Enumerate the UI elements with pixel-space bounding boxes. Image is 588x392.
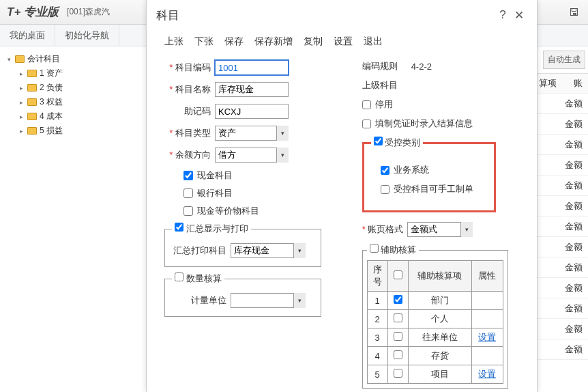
- collapse-icon[interactable]: ▾: [5, 56, 12, 63]
- type-label: 科目类型: [164, 127, 215, 139]
- tree-root-label: 会计科目: [27, 53, 60, 65]
- summary-label: 汇总打印科目: [172, 244, 231, 257]
- menu-save[interactable]: 保存: [224, 36, 244, 48]
- row-checkbox[interactable]: [394, 295, 402, 304]
- menu-save-new[interactable]: 保存新增: [254, 36, 293, 48]
- menu-next[interactable]: 下张: [194, 36, 214, 48]
- col-item: 辅助核算项: [408, 261, 471, 292]
- summary-toggle-checkbox[interactable]: [175, 223, 183, 232]
- chevron-down-icon[interactable]: ▾: [276, 148, 289, 163]
- table-row[interactable]: 1部门: [367, 292, 503, 310]
- folder-icon: [27, 70, 37, 77]
- manual-entry-checkbox[interactable]: [381, 185, 389, 194]
- cash-equiv-checkbox[interactable]: [183, 206, 193, 216]
- tab-desktop[interactable]: 我的桌面: [0, 25, 55, 46]
- quantity-toggle-checkbox[interactable]: [175, 272, 183, 281]
- chevron-down-icon[interactable]: ▾: [293, 243, 306, 258]
- aux-toggle-checkbox[interactable]: [370, 244, 379, 253]
- grid-cell: 金额: [533, 237, 588, 257]
- auto-generate-button[interactable]: 自动生成: [543, 51, 585, 69]
- background-grid: 自动生成 算项 账 金额 金额 金额 金额 金额 金额 金额 金额 金额 金额 …: [533, 46, 588, 360]
- expand-icon[interactable]: ▸: [18, 128, 25, 135]
- code-input[interactable]: [215, 60, 289, 75]
- expand-icon[interactable]: ▸: [18, 70, 25, 77]
- folder-icon: [15, 55, 25, 63]
- folder-icon: [27, 113, 37, 120]
- dialog-toolbar: 上张 下张 保存 保存新增 复制 设置 退出: [147, 30, 537, 53]
- grid-cell: 金额: [533, 196, 588, 216]
- save-icon[interactable]: 🖫: [566, 6, 581, 18]
- folder-icon: [27, 127, 37, 135]
- chevron-down-icon[interactable]: ▾: [293, 293, 306, 308]
- tree-root[interactable]: ▾ 会计科目: [4, 52, 119, 66]
- grid-cell: 金额: [533, 257, 588, 278]
- tree-item-equity[interactable]: ▸3 权益: [16, 95, 119, 109]
- fill-voucher-checkbox[interactable]: [362, 120, 371, 128]
- table-row[interactable]: 3往来单位设置: [367, 328, 503, 347]
- expand-icon[interactable]: ▸: [18, 99, 25, 106]
- parent-label: 上级科目: [362, 79, 407, 92]
- attr-link[interactable]: 设置: [478, 332, 496, 342]
- direction-label: 余额方向: [164, 149, 215, 161]
- tree-item-assets[interactable]: ▸1 资产: [16, 66, 119, 81]
- dialog-header: 科目 ? ✕: [147, 0, 537, 30]
- subject-dialog: 科目 ? ✕ 上张 下张 保存 保存新增 复制 设置 退出 科目编码 科目名称 …: [146, 0, 538, 392]
- row-checkbox[interactable]: [394, 350, 402, 359]
- menu-settings[interactable]: 设置: [334, 36, 353, 48]
- grid-cell: 金额: [533, 114, 588, 135]
- folder-icon: [27, 84, 37, 92]
- summary-fieldset: 汇总显示与打印 汇总打印科目 ▾: [164, 223, 321, 267]
- row-checkbox[interactable]: [394, 369, 402, 378]
- help-icon[interactable]: ?: [495, 8, 511, 22]
- folder-icon: [27, 98, 37, 106]
- code-label: 科目编码: [164, 61, 215, 74]
- table-row[interactable]: 5项目设置: [367, 365, 503, 384]
- row-checkbox[interactable]: [394, 313, 402, 322]
- aux-fieldset: 辅助核算 序号 辅助核算项 属性 1部门2个人3往来单位设置4存货5项目设置: [362, 244, 508, 389]
- menu-exit[interactable]: 退出: [364, 36, 383, 48]
- page-format-label: * 账页格式: [362, 223, 404, 236]
- mnemonic-label: 助记码: [164, 105, 215, 117]
- grid-cell: 金额: [533, 339, 588, 360]
- quantity-fieldset: 数量核算 计量单位 ▾: [164, 272, 321, 317]
- cash-checkbox[interactable]: [183, 171, 193, 180]
- app-logo: T+ 专业版: [7, 4, 59, 20]
- dialog-title: 科目: [156, 8, 495, 23]
- grid-cell: 金额: [533, 298, 588, 319]
- grid-cell: 金额: [533, 216, 588, 237]
- app-context: [001]森虎汽: [67, 6, 110, 18]
- nav-tree: ▾ 会计科目 ▸1 资产 ▸2 负债 ▸3 权益 ▸4 成本 ▸5 损益: [0, 46, 123, 143]
- col-check: [387, 261, 408, 292]
- attr-link[interactable]: 设置: [478, 369, 496, 379]
- name-label: 科目名称: [164, 83, 215, 96]
- name-input[interactable]: [215, 82, 289, 97]
- table-row[interactable]: 2个人: [367, 310, 503, 328]
- close-icon[interactable]: ✕: [511, 8, 527, 23]
- check-all[interactable]: [394, 270, 402, 279]
- tree-item-liab[interactable]: ▸2 负债: [16, 81, 119, 95]
- menu-copy[interactable]: 复制: [304, 36, 323, 48]
- grid-cell: 金额: [533, 278, 588, 298]
- row-checkbox[interactable]: [394, 332, 402, 341]
- rule-value: 4-2-2: [411, 61, 432, 72]
- expand-icon[interactable]: ▸: [18, 85, 25, 92]
- grid-cell: 金额: [533, 94, 588, 114]
- unit-label: 计量单位: [172, 294, 231, 307]
- col-attr: 属性: [471, 261, 503, 292]
- expand-icon[interactable]: ▸: [18, 113, 25, 120]
- grid-cell: 金额: [533, 135, 588, 155]
- col-seq: 序号: [367, 261, 387, 292]
- chevron-down-icon[interactable]: ▾: [276, 126, 289, 141]
- grid-cell: 金额: [533, 176, 588, 196]
- chevron-down-icon[interactable]: ▾: [460, 222, 473, 237]
- tab-init-nav[interactable]: 初始化导航: [55, 25, 119, 46]
- bank-checkbox[interactable]: [183, 188, 193, 198]
- menu-prev[interactable]: 上张: [164, 36, 183, 48]
- tree-item-pl[interactable]: ▸5 损益: [16, 124, 119, 138]
- biz-system-checkbox[interactable]: [381, 166, 389, 175]
- stop-checkbox[interactable]: [362, 100, 371, 109]
- tree-item-cost[interactable]: ▸4 成本: [16, 109, 119, 124]
- table-row[interactable]: 4存货: [367, 347, 503, 365]
- controlled-toggle-checkbox[interactable]: [374, 137, 383, 145]
- mnemonic-input[interactable]: [215, 104, 289, 119]
